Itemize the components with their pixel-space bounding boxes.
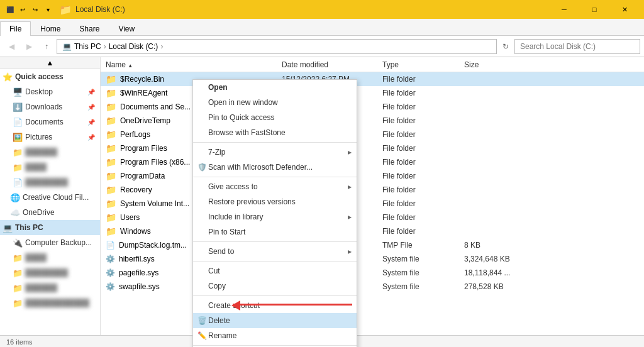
table-row[interactable]: 📁Recovery File folder <box>101 183 644 197</box>
file-type: File folder <box>382 116 464 125</box>
ctx-open-new-window[interactable]: Open in new window <box>193 95 357 110</box>
table-row[interactable]: 📁Program Files (x86... File folder <box>101 155 644 169</box>
sidebar-item-label: ████████████ <box>25 299 89 307</box>
ctx-give-access[interactable]: Give access to <box>193 179 357 194</box>
table-row[interactable]: ⚙️swapfile.sys System file 278,528 KB <box>101 280 644 294</box>
col-date-header[interactable]: Date modified <box>282 60 382 69</box>
status-text: 16 items <box>6 338 33 346</box>
sidebar-item-documents[interactable]: 📄 Documents 📌 <box>0 114 100 129</box>
table-row[interactable]: 📁Windows File folder <box>101 224 644 238</box>
table-row[interactable]: 📁ProgramData File folder <box>101 169 644 183</box>
address-part-2[interactable]: Local Disk (C:) <box>109 42 158 51</box>
sidebar-item-label: ██████ <box>25 148 57 157</box>
ctx-include-library[interactable]: Include in library <box>193 209 357 224</box>
sidebar: ▲ ⭐ Quick access 🖥️ Desktop 📌 ⬇️ Downloa… <box>0 57 101 335</box>
table-row[interactable]: 📁System Volume Int... File folder <box>101 197 644 211</box>
ctx-restore-versions[interactable]: Restore previous versions <box>193 194 357 209</box>
col-type-header[interactable]: Type <box>382 60 464 69</box>
table-row[interactable]: 📁$Recycle.Bin 15/12/2022 6:27 PM File fo… <box>101 72 644 86</box>
sidebar-item-extra-3[interactable]: 📁 ██████ <box>0 280 100 295</box>
file-type: System file <box>382 282 464 291</box>
file-type: File folder <box>382 199 464 208</box>
arrow-head <box>231 300 240 311</box>
sidebar-scroll-up[interactable]: ▲ <box>0 57 100 69</box>
minimize-button[interactable]: ─ <box>550 0 579 19</box>
close-button[interactable]: ✕ <box>610 0 639 19</box>
sidebar-item-backup[interactable]: 🔌 Computer Backup... <box>0 235 100 250</box>
table-row[interactable]: 📁PerfLogs File folder <box>101 128 644 141</box>
pictures-icon: 🖼️ <box>13 132 23 142</box>
address-bar[interactable]: 💻 This PC › Local Disk (C:) › <box>57 39 497 54</box>
maximize-button[interactable]: □ <box>580 0 609 19</box>
file-type: File folder <box>382 102 464 111</box>
file-name: Users <box>120 213 140 222</box>
ctx-pin-start[interactable]: Pin to Start <box>193 224 357 240</box>
ctx-rename[interactable]: ✏️ Rename <box>193 328 357 343</box>
sidebar-item-label: Computer Backup... <box>25 238 92 247</box>
tab-home[interactable]: Home <box>31 21 70 36</box>
table-row[interactable]: 📁Users File folder <box>101 211 644 224</box>
ctx-pin-quick-access[interactable]: Pin to Quick access <box>193 110 357 125</box>
sidebar-item-blurred-1[interactable]: 📁 ██████ <box>0 145 100 160</box>
search-input[interactable] <box>514 39 640 54</box>
redo-icon[interactable]: ↪ <box>30 4 40 14</box>
file-size: 3,324,648 KB <box>464 255 527 263</box>
table-row[interactable]: ⚙️hiberfil.sys System file 3,324,648 KB <box>101 252 644 266</box>
file-name: Program Files (x86... <box>120 158 190 167</box>
delete-arrow-annotation <box>214 299 358 311</box>
undo-icon[interactable]: ↩ <box>18 4 28 14</box>
sidebar-item-blurred-3[interactable]: 📄 ████████ <box>0 175 100 190</box>
backup-icon: 🔌 <box>13 238 23 248</box>
refresh-button[interactable]: ↻ <box>499 39 512 54</box>
tab-view[interactable]: View <box>109 21 144 36</box>
file-name: System Volume Int... <box>120 199 189 208</box>
tab-share[interactable]: Share <box>70 21 109 36</box>
file-size: 18,118,844 ... <box>464 268 527 277</box>
table-row[interactable]: ⚙️pagefile.sys System file 18,118,844 ..… <box>101 266 644 280</box>
table-row[interactable]: 📁$WinREAgent File folder <box>101 86 644 100</box>
back-button[interactable]: ◀ <box>4 39 19 54</box>
down-arrow-icon[interactable]: ▾ <box>43 4 53 14</box>
ctx-sep-1 <box>193 142 357 143</box>
title-bar-icons: ⬛ ↩ ↪ ▾ <box>5 4 53 14</box>
sidebar-item-extra-2[interactable]: 📁 ████████ <box>0 265 100 280</box>
ctx-copy[interactable]: Copy <box>193 278 357 294</box>
quick-access-icon: ⭐ <box>3 72 13 82</box>
sidebar-item-quick-access[interactable]: ⭐ Quick access <box>0 69 100 84</box>
documents-icon: 📄 <box>13 117 23 127</box>
sidebar-item-downloads[interactable]: ⬇️ Downloads 📌 <box>0 99 100 114</box>
table-row[interactable]: 📁Documents and Se... File folder <box>101 100 644 114</box>
forward-button[interactable]: ▶ <box>21 39 36 54</box>
ctx-defender[interactable]: 🛡️ Scan with Microsoft Defender... <box>193 160 357 175</box>
file-type: File folder <box>382 158 464 167</box>
sidebar-item-blurred-2[interactable]: 📁 ████ <box>0 160 100 175</box>
quick-access-icon[interactable]: ⬛ <box>5 4 15 14</box>
sidebar-item-extra-1[interactable]: 📁 ████ <box>0 250 100 265</box>
ctx-cut[interactable]: Cut <box>193 263 357 278</box>
title-bar-title: Local Disk (C:) <box>75 5 546 14</box>
sidebar-item-label: ████████ <box>25 178 68 187</box>
sidebar-item-pictures[interactable]: 🖼️ Pictures 📌 <box>0 129 100 145</box>
table-row[interactable]: 📄DumpStack.log.tm... TMP File 8 KB <box>101 238 644 252</box>
col-name-header[interactable]: Name ▲ <box>106 60 282 69</box>
sidebar-item-this-pc[interactable]: 💻 This PC <box>0 220 100 235</box>
sidebar-item-desktop[interactable]: 🖥️ Desktop 📌 <box>0 84 100 99</box>
address-part-1[interactable]: This PC <box>74 42 101 51</box>
ctx-7zip[interactable]: 7-Zip <box>193 145 357 160</box>
table-row[interactable]: 📁Program Files File folder <box>101 141 644 155</box>
folder-icon: 📁 <box>13 147 23 157</box>
table-row[interactable]: 📁OneDriveTemp File folder <box>101 114 644 128</box>
tab-file[interactable]: File <box>0 21 31 36</box>
file-type: TMP File <box>382 241 464 250</box>
sidebar-item-creative-cloud[interactable]: 🌐 Creative Cloud Fil... <box>0 190 100 205</box>
ctx-open[interactable]: Open <box>193 80 357 95</box>
up-button[interactable]: ↑ <box>39 39 54 54</box>
sidebar-item-onedrive[interactable]: ☁️ OneDrive <box>0 205 100 220</box>
ctx-delete[interactable]: 🗑️ Delete <box>193 313 357 328</box>
ctx-sep-3 <box>193 241 357 242</box>
col-size-header[interactable]: Size <box>464 60 527 69</box>
folder-icon: 📁 <box>106 129 116 140</box>
ctx-send-to[interactable]: Send to <box>193 244 357 259</box>
sidebar-item-extra-4[interactable]: 📁 ████████████ <box>0 295 100 311</box>
ctx-browse-faststone[interactable]: Browse with FastStone <box>193 125 357 140</box>
